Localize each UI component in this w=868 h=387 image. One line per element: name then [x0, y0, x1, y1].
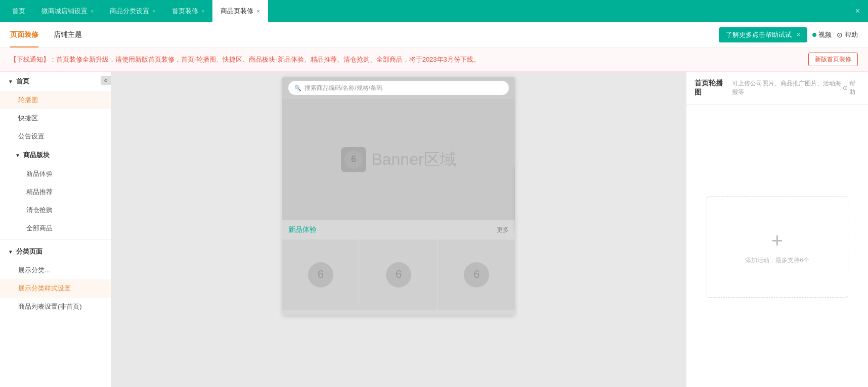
sidebar-item-category-style[interactable]: 展示分类样式设置: [0, 279, 111, 298]
sidebar-item-new-experience[interactable]: 新品体验: [0, 165, 111, 183]
sidebar-subgroup-product-block: ▼ 商品版块 新品体验 精品推荐 清仓抢购 全部商品: [0, 146, 111, 237]
video-button[interactable]: 视频: [812, 30, 832, 39]
svg-text:6: 6: [473, 268, 480, 280]
banner-area: 6 Banner区域: [282, 99, 515, 220]
product-card-1: 6: [282, 239, 360, 310]
help-button[interactable]: ⊙ 帮助: [837, 30, 858, 39]
sidebar-item-all-products[interactable]: 全部商品: [0, 219, 111, 237]
sidebar-group-home-header[interactable]: ▼ 首页: [0, 72, 111, 91]
plus-icon: +: [771, 229, 783, 252]
right-panel-help-button[interactable]: ⊙ 帮助: [843, 79, 860, 96]
sidebar-item-clearance[interactable]: 清仓抢购: [0, 201, 111, 219]
tab-bar: 首页 微商城店铺设置 × 商品分类设置 × 首页装修 × 商品页装修 × ×: [0, 0, 868, 22]
product-grid: 6 6 6: [282, 239, 515, 315]
right-panel-body: + 添加活动，最多支持6个: [686, 105, 868, 387]
svg-text:6: 6: [396, 268, 402, 280]
product-section-title: 新品体验: [288, 225, 497, 234]
banner-logo: 6 Banner区域: [341, 147, 456, 172]
sub-tab-page-decor[interactable]: 页面装修: [10, 22, 38, 47]
sidebar-item-notice[interactable]: 公告设置: [0, 127, 111, 146]
video-dot-icon: [812, 33, 816, 37]
help-banner-text: 了解更多点击帮助试试: [726, 30, 792, 39]
banner-area-text: Banner区域: [371, 149, 456, 171]
tab-product-decor[interactable]: 商品页装修 ×: [212, 0, 268, 22]
help-banner-close[interactable]: ×: [797, 31, 800, 38]
notice-bar: 【下线通知】：首页装修全新升级，请使用新版首页装修，首页-轮播图、快捷区、商品板…: [0, 47, 868, 72]
sidebar-group-home: ▼ 首页 轮播图 快捷区 公告设置 ▼ 商品版块 新品体验: [0, 72, 111, 237]
tab-product-category[interactable]: 商品分类设置 ×: [102, 0, 163, 22]
sidebar-item-carousel[interactable]: 轮播图: [0, 91, 111, 109]
product-section-more: 更多: [497, 226, 509, 234]
new-homepage-decor-button[interactable]: 新版首页装修: [808, 53, 858, 66]
question-icon: ⊙: [837, 31, 843, 39]
banner-icon: 6: [341, 147, 366, 172]
tab-close-homepage-decor[interactable]: ×: [201, 8, 204, 14]
sub-header-right: 了解更多点击帮助试试 × 视频 ⊙ 帮助: [719, 27, 858, 42]
sub-tab-store-theme[interactable]: 店铺主题: [54, 22, 82, 47]
svg-text:6: 6: [351, 154, 356, 164]
tab-close-product-decor[interactable]: ×: [256, 8, 259, 14]
sidebar-group-category-header[interactable]: ▼ 分类页面: [0, 242, 111, 261]
product-card-3: 6: [438, 239, 515, 310]
add-label: 添加活动，最多支持6个: [745, 256, 809, 265]
right-panel-title: 首页轮播图: [695, 79, 727, 97]
tab-store-settings[interactable]: 微商城店铺设置 ×: [33, 0, 102, 22]
global-close-button[interactable]: ×: [851, 7, 864, 16]
phone-preview: 🔍 搜索商品编码/名称/规格/条码 6 Banner区域: [282, 77, 515, 315]
sidebar-item-product-list-settings[interactable]: 商品列表设置(非首页): [0, 298, 111, 316]
sidebar-group-category: ▼ 分类页面 展示分类... 展示分类样式设置 商品列表设置(非首页): [0, 242, 111, 316]
arrow-down-icon-product: ▼: [15, 153, 20, 158]
question-mark-icon: ⊙: [843, 84, 848, 91]
tab-homepage-decor[interactable]: 首页装修 ×: [164, 0, 212, 22]
add-image-box[interactable]: + 添加活动，最多支持6个: [707, 197, 848, 298]
product-card-2: 6: [360, 239, 438, 310]
sidebar-item-premium[interactable]: 精品推荐: [0, 183, 111, 201]
phone-search-input[interactable]: 🔍 搜索商品编码/名称/规格/条码: [288, 81, 509, 95]
help-banner[interactable]: 了解更多点击帮助试试 ×: [719, 27, 807, 42]
right-panel: 首页轮播图 可上传公司照片、商品推广图片、活动海报等 ⊙ 帮助 + 添加活动，最…: [686, 72, 868, 387]
tab-close-store-settings[interactable]: ×: [91, 8, 94, 14]
arrow-down-icon-category: ▼: [8, 249, 13, 255]
sidebar-item-show-category[interactable]: 展示分类...: [0, 261, 111, 279]
sidebar-item-shortcut[interactable]: 快捷区: [0, 109, 111, 127]
sidebar-collapse-button[interactable]: «: [101, 76, 111, 85]
arrow-down-icon: ▼: [8, 79, 13, 84]
sidebar-divider-1: [0, 239, 111, 240]
center-preview: 🔍 搜索商品编码/名称/规格/条码 6 Banner区域: [111, 72, 686, 387]
product-section-header: 新品体验 更多: [282, 220, 515, 239]
search-icon: 🔍: [294, 85, 301, 91]
main-layout: « ▼ 首页 轮播图 快捷区 公告设置 ▼ 商品版块: [0, 72, 868, 387]
right-panel-header: 首页轮播图 可上传公司照片、商品推广图片、活动海报等 ⊙ 帮助: [686, 72, 868, 105]
notice-text: 【下线通知】：首页装修全新升级，请使用新版首页装修，首页-轮播图、快捷区、商品板…: [10, 55, 480, 64]
tab-home[interactable]: 首页: [4, 0, 33, 22]
sidebar: « ▼ 首页 轮播图 快捷区 公告设置 ▼ 商品版块: [0, 72, 111, 387]
right-panel-subtitle: 可上传公司照片、商品推广图片、活动海报等: [732, 79, 843, 96]
svg-text:6: 6: [318, 268, 324, 280]
sub-header: 页面装修 店铺主题 了解更多点击帮助试试 × 视频 ⊙ 帮助: [0, 22, 868, 47]
phone-search-bar: 🔍 搜索商品编码/名称/规格/条码: [282, 77, 515, 99]
tab-close-product-category[interactable]: ×: [152, 8, 155, 14]
sidebar-subgroup-product-block-header[interactable]: ▼ 商品版块: [0, 146, 111, 165]
